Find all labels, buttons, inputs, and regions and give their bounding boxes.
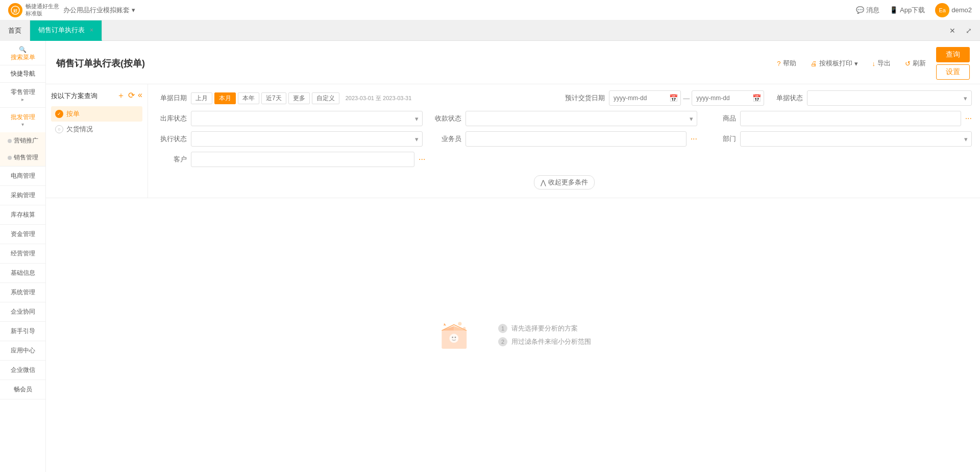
filter-field-date: 单据日期 上月 本月 本年 近7天 更多 自定义 2023-03-01 至 20… bbox=[156, 92, 556, 104]
calendar-from-icon: 📅 bbox=[669, 94, 678, 102]
sidebar-item-purchase[interactable]: 采购管理 bbox=[0, 186, 45, 205]
close-window-button[interactable]: ✕ bbox=[946, 25, 959, 37]
sidebar-item-retail[interactable]: 零售管理 ▸ bbox=[0, 83, 45, 107]
sidebar-item-appcenter[interactable]: 应用中心 bbox=[0, 341, 45, 360]
sidebar-item-inventory[interactable]: 库存核算 bbox=[0, 205, 45, 224]
filter-field-exec-status: 执行状态 bbox=[156, 131, 423, 147]
chevron-down-icon-wholesale: ▾ bbox=[21, 122, 24, 127]
date-tag-more[interactable]: 更多 bbox=[288, 92, 310, 104]
sidebar-item-operation[interactable]: 经营管理 bbox=[0, 244, 45, 263]
empty-illustration bbox=[435, 315, 476, 356]
search-icon: 🔍 bbox=[19, 46, 27, 53]
tab-bar-actions: ✕ ⤢ bbox=[946, 25, 980, 37]
filter-field-dept: 部门 bbox=[705, 131, 972, 147]
empty-hint-2: 2 用过滤条件来缩小分析范围 bbox=[498, 337, 591, 346]
goods-input[interactable] bbox=[740, 111, 961, 126]
exec-status-select[interactable] bbox=[191, 131, 423, 147]
sidebar-item-collab[interactable]: 企业协同 bbox=[0, 302, 45, 321]
filter-scheme-panel: 按以下方案查询 ＋ ⟳ « ✓ 按单 ○ 欠货情况 bbox=[46, 84, 148, 198]
sidebar-item-corpwechat[interactable]: 企业微信 bbox=[0, 361, 45, 380]
payment-status-select[interactable] bbox=[465, 111, 697, 126]
goods-label: 商品 bbox=[705, 114, 736, 123]
content-area: 销售订单执行表(按单) ? 帮助 🖨 按模板打印 ▾ ↓ 导出 ↺ 刷新 bbox=[46, 41, 980, 472]
tab-home[interactable]: 首页 bbox=[0, 20, 30, 41]
sidebar-item-ecommerce[interactable]: 电商管理 bbox=[0, 167, 45, 185]
sidebar-operation-section: 经营管理 bbox=[0, 244, 45, 264]
scheme-item-欠货情况[interactable]: ○ 欠货情况 bbox=[51, 122, 142, 137]
filter-row-2: 出库状态 收款状态 商品 ··· bbox=[156, 111, 972, 126]
customer-more-button[interactable]: ··· bbox=[419, 152, 425, 167]
sidebar-item-member[interactable]: 畅会员 bbox=[0, 380, 45, 399]
doc-status-dropdown-icon: ▾ bbox=[964, 95, 967, 102]
stock-status-select[interactable] bbox=[191, 111, 423, 126]
sidebar-collab-section: 企业协同 bbox=[0, 302, 45, 322]
payment-status-label: 收款状态 bbox=[431, 114, 461, 123]
scheme-dot-inactive: ○ bbox=[55, 125, 63, 133]
date-separator: — bbox=[683, 95, 690, 102]
maximize-window-button[interactable]: ⤢ bbox=[963, 25, 975, 37]
sidebar-ecommerce-section: 电商管理 bbox=[0, 167, 45, 186]
empty-state: 1 请先选择要分析的方案 2 用过滤条件来缩小分析范围 bbox=[46, 198, 980, 472]
app-download-button[interactable]: 📱 App下载 bbox=[890, 6, 925, 15]
chevron-down-icon: ▾ bbox=[132, 6, 135, 14]
tab-close-icon[interactable]: × bbox=[90, 27, 93, 34]
sidebar-item-newguide[interactable]: 新手引导 bbox=[0, 322, 45, 341]
retail-label: 零售管理 bbox=[11, 88, 35, 97]
expected-date-to-wrap: 📅 bbox=[692, 90, 764, 106]
sidebar-search[interactable]: 🔍 搜索菜单 bbox=[0, 41, 45, 65]
sidebar-item-wholesale[interactable]: 批发管理 ▾ bbox=[0, 108, 45, 132]
date-tag-7days[interactable]: 近7天 bbox=[261, 92, 286, 104]
sidebar-item-basic[interactable]: 基础信息 bbox=[0, 264, 45, 282]
filter-field-stock-status: 出库状态 bbox=[156, 111, 423, 126]
expected-date-from-wrap: 📅 bbox=[609, 90, 681, 106]
sidebar-item-sales-management[interactable]: 销售管理 bbox=[0, 149, 45, 166]
empty-hints: 1 请先选择要分析的方案 2 用过滤条件来缩小分析范围 bbox=[498, 324, 591, 346]
sidebar-item-marketing[interactable]: 营销推广 bbox=[0, 132, 45, 149]
tab-sales-order[interactable]: 销售订单执行表 × bbox=[30, 20, 102, 41]
sidebar-quicknav[interactable]: 快捷导航 bbox=[0, 65, 45, 83]
filter-field-expected-date: 预计交货日期 📅 — 📅 bbox=[564, 90, 764, 106]
filter-field-goods: 商品 ··· bbox=[705, 111, 972, 126]
date-tag-this-month[interactable]: 本月 bbox=[214, 92, 236, 104]
svg-text:好: 好 bbox=[13, 9, 18, 13]
user-menu[interactable]: Ea demo2 bbox=[935, 3, 972, 17]
setup-button[interactable]: 设置 bbox=[936, 64, 970, 80]
hint-num-2: 2 bbox=[498, 337, 507, 346]
scheme-item-按单[interactable]: ✓ 按单 bbox=[51, 106, 142, 122]
customer-input[interactable] bbox=[191, 152, 414, 167]
customer-label: 客户 bbox=[156, 155, 187, 164]
collapse-filter-button[interactable]: ⋀ 收起更多条件 bbox=[534, 175, 595, 190]
refresh-scheme-button[interactable]: ⟳ bbox=[128, 90, 135, 101]
message-button[interactable]: 💬 消息 bbox=[856, 6, 879, 15]
goods-more-button[interactable]: ··· bbox=[965, 111, 972, 126]
filter-scheme-header: 按以下方案查询 ＋ ⟳ « bbox=[51, 90, 142, 101]
help-button[interactable]: ? 帮助 bbox=[773, 57, 800, 70]
doc-status-label: 单据状态 bbox=[772, 93, 803, 103]
page-header: 销售订单执行表(按单) ? 帮助 🖨 按模板打印 ▾ ↓ 导出 ↺ 刷新 bbox=[46, 41, 980, 84]
salesperson-input[interactable] bbox=[465, 131, 687, 147]
collapse-icon: ⋀ bbox=[541, 179, 546, 186]
breadcrumb-selector[interactable]: 办公用品行业模拟账套 ▾ bbox=[63, 6, 135, 15]
date-tag-this-year[interactable]: 本年 bbox=[238, 92, 259, 104]
sidebar-item-finance[interactable]: 资金管理 bbox=[0, 225, 45, 244]
payment-status-select-wrapper bbox=[465, 111, 697, 126]
export-button[interactable]: ↓ 导出 bbox=[868, 57, 895, 70]
expected-date-range: 📅 — 📅 bbox=[609, 90, 764, 106]
query-button[interactable]: 查询 bbox=[936, 47, 970, 62]
doc-status-select[interactable]: ▾ bbox=[807, 90, 972, 106]
collapse-scheme-button[interactable]: « bbox=[138, 90, 142, 101]
sidebar-item-system[interactable]: 系统管理 bbox=[0, 283, 45, 302]
sidebar-member-section: 畅会员 bbox=[0, 380, 45, 399]
filter-fields: 单据日期 上月 本月 本年 近7天 更多 自定义 2023-03-01 至 20… bbox=[148, 84, 980, 198]
export-icon: ↓ bbox=[872, 60, 876, 67]
print-template-button[interactable]: 🖨 按模板打印 ▾ bbox=[806, 57, 862, 70]
date-tag-custom[interactable]: 自定义 bbox=[312, 92, 339, 104]
sidebar-system-section: 系统管理 bbox=[0, 283, 45, 302]
sidebar-basic-section: 基础信息 bbox=[0, 264, 45, 283]
add-scheme-button[interactable]: ＋ bbox=[117, 90, 125, 101]
dept-select[interactable] bbox=[740, 131, 972, 147]
date-tag-last-month[interactable]: 上月 bbox=[191, 92, 212, 104]
refresh-button[interactable]: ↺ 刷新 bbox=[901, 57, 930, 70]
salesperson-more-button[interactable]: ··· bbox=[691, 131, 697, 147]
sidebar-purchase-section: 采购管理 bbox=[0, 186, 45, 205]
